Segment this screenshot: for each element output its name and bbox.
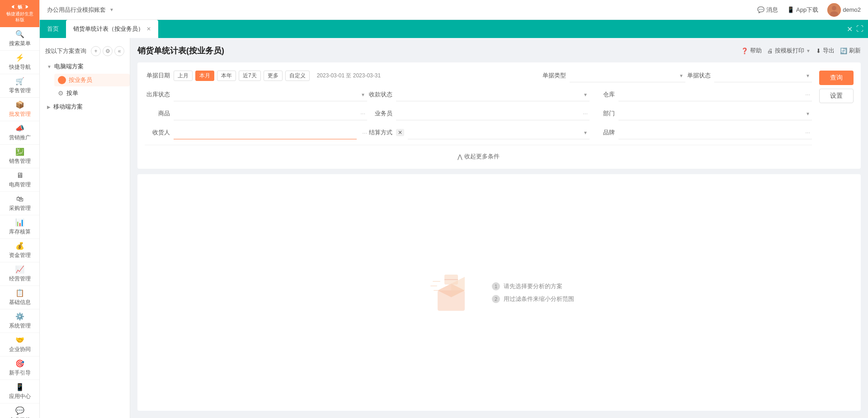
message-icon: 💬 [757,6,764,13]
filter-doc-status: 单据状态 ▼ [685,69,812,82]
refresh-icon: 🔄 [840,48,847,54]
sidebar-item-newbie[interactable]: 🎯 新手引导 [0,356,39,380]
date-last-month-btn[interactable]: 上月 [174,71,193,81]
print-icon: 🖨 [767,48,773,54]
date-more-btn[interactable]: 更多 [264,71,283,81]
empty-illustration [424,266,478,320]
tab-expand-btn[interactable]: ⛶ [856,25,863,33]
settings-scheme-btn[interactable]: ⚙ [103,46,113,56]
collapse-panel-btn[interactable]: « [114,46,124,56]
settlement-input[interactable] [408,126,590,139]
sidebar-item-quick-nav[interactable]: ⚡ 快捷导航 [0,51,39,74]
tree-item-by-salesperson[interactable]: 按业务员 [54,74,130,86]
enterprise-icon: 🤝 [15,336,24,344]
brand-ellipsis: ··· [805,129,810,136]
collapse-btn[interactable]: ⋀ 收起更多条件 [458,149,500,162]
sidebar-item-app-center[interactable]: 📱 应用中心 [0,380,39,404]
doc-type-label: 单据类型 [541,71,566,80]
tab-close-all-btn[interactable]: ✕ [847,25,853,33]
sidebar-item-system[interactable]: ⚙️ 系统管理 [0,309,39,333]
search-icon: 🔍 [15,30,24,38]
date-this-year-btn[interactable]: 本年 [217,71,236,81]
page-title-bar: 销货单统计表(按业务员) ❓ 帮助 🖨 按模板打印 ▼ ⬇ 导出 [137,45,861,56]
goods-input[interactable]: ··· [174,107,367,120]
sidebar-item-marketing[interactable]: 📣 营销推广 [0,121,39,145]
active-dot [58,76,66,84]
settlement-select-wrap: ▼ [408,126,590,139]
tab-home[interactable]: 首页 [40,20,66,38]
filter-settlement: 结算方式 ✕ ▼ [367,126,590,139]
app-download-btn[interactable]: 📱 App下载 [787,6,818,14]
refresh-btn[interactable]: 🔄 刷新 [840,47,861,55]
warehouse-input[interactable]: ··· [618,88,812,101]
sidebar-item-business[interactable]: 📈 经营管理 [0,262,39,286]
salesperson-input[interactable]: ··· [396,107,590,120]
ecommerce-icon: 🖥 [16,171,24,180]
filter-brand: 品牌 ··· [590,126,812,139]
tree-mobile[interactable]: ▶ 移动端方案 [40,100,130,114]
sidebar-item-ecommerce[interactable]: 🖥 电商管理 [0,168,39,192]
messages-btn[interactable]: 💬 消息 [757,6,778,14]
tab-sales-stat[interactable]: 销货单统计表（按业务员） ✕ [66,20,158,38]
left-panel-title: 按以下方案查询 [45,47,86,55]
date-last7-btn[interactable]: 近7天 [239,71,261,81]
date-label: 单据日期 [145,71,170,80]
consignee-input[interactable] [174,126,357,139]
filter-consignee: 收货人 ··· [145,126,367,139]
consignee-more-btn[interactable]: ··· [362,129,367,136]
date-filter-buttons: 上月 本月 本年 近7天 更多 自定义 [174,71,310,81]
settlement-tag[interactable]: ✕ [396,129,404,136]
sidebar-item-wechat[interactable]: 💬 企业微信 [0,404,39,418]
goods-ellipsis: ··· [360,110,365,117]
purchase-icon: 🛍 [16,195,24,203]
sidebar-item-finance[interactable]: 💰 资金管理 [0,239,39,262]
brand-label: 品牌 [590,128,615,137]
brand-input[interactable]: ··· [618,126,812,139]
tree-desktop[interactable]: ▼ 电脑端方案 [40,60,130,73]
sidebar-item-sales[interactable]: 💹 销售管理 [0,145,39,168]
doc-type-input[interactable] [570,69,685,82]
query-btn[interactable]: 查询 [819,71,854,85]
svg-point-3 [832,6,836,10]
help-btn[interactable]: ❓ 帮助 [741,47,762,55]
add-scheme-btn[interactable]: + [91,46,101,56]
settlement-x-btn[interactable]: ✕ [398,129,402,136]
date-custom-btn[interactable]: 自定义 [285,71,310,81]
user-menu[interactable]: demo2 [827,3,861,17]
sidebar-item-retail[interactable]: 🛒 零售管理 [0,74,39,98]
print-btn[interactable]: 🖨 按模板打印 ▼ [767,47,811,55]
sidebar-item-enterprise[interactable]: 🤝 企业协同 [0,333,39,356]
export-btn[interactable]: ⬇ 导出 [816,47,835,55]
empty-tip-2: 2 用过滤条件来缩小分析范围 [492,295,574,303]
sidebar-item-inventory[interactable]: 📊 库存核算 [0,215,39,239]
finance-icon: 💰 [15,242,24,250]
workspace-selector[interactable]: 办公用品行业模拟账套 ▼ [47,6,114,14]
collect-status-select-wrap: ▼ [396,88,590,101]
settings-btn[interactable]: 设置 [819,89,854,103]
avatar [827,3,841,17]
filter-action-buttons: 查询 设置 [819,69,854,103]
warehouse-label: 仓库 [590,90,615,99]
department-input[interactable] [618,107,812,120]
settlement-label: 结算方式 [367,128,392,137]
tab-close-btn[interactable]: ✕ [146,26,151,32]
sidebar-item-search[interactable]: 🔍 搜索菜单 [0,27,39,51]
doc-status-input[interactable] [714,69,812,82]
svg-text:畅: 畅 [18,5,22,9]
collect-status-input[interactable] [396,88,590,101]
sidebar-item-purchase[interactable]: 🛍 采购管理 [0,192,39,215]
date-this-month-btn[interactable]: 本月 [195,71,214,81]
left-panel-header: 按以下方案查询 + ⚙ « [40,43,130,60]
sidebar-item-basic-info[interactable]: 📋 基础信息 [0,286,39,309]
filter-doc-type: 单据类型 ▼ [541,69,685,82]
tab-bar: 首页 销货单统计表（按业务员） ✕ ✕ ⛶ [40,20,868,38]
out-status-input[interactable] [174,88,367,101]
empty-state: 1 请先选择要分析的方案 2 用过滤条件来缩小分析范围 [137,174,861,411]
app-center-icon: 📱 [15,383,24,391]
wholesale-icon: 📦 [15,100,24,109]
page-actions: ❓ 帮助 🖨 按模板打印 ▼ ⬇ 导出 🔄 刷新 [741,47,861,55]
tree-mobile-expand-icon: ▶ [47,104,51,109]
retail-icon: 🛒 [15,77,24,86]
sidebar-item-wholesale[interactable]: 📦 批发管理 [0,98,39,121]
tree-item-by-order[interactable]: ⚙ 按单 [54,87,130,100]
